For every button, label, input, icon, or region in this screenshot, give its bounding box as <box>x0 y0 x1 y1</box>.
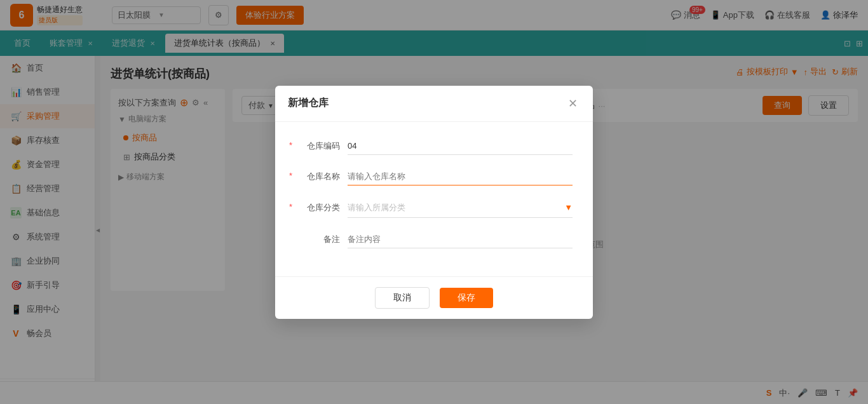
category-select[interactable]: 请输入所属分类 ▼ <box>348 198 573 218</box>
form-row-code: 仓库编码 <box>295 137 573 155</box>
name-label: 仓库名称 <box>295 171 340 182</box>
category-label: 仓库分类 <box>295 202 340 213</box>
form-row-name: 仓库名称 <box>295 168 573 185</box>
modal-header: 新增仓库 ✕ <box>275 86 593 122</box>
modal-overlay[interactable]: 新增仓库 ✕ 仓库编码 仓库名称 仓库分类 请输入所属分类 ▼ <box>0 0 868 404</box>
save-button[interactable]: 保存 <box>440 288 493 308</box>
form-row-category: 仓库分类 请输入所属分类 ▼ <box>295 198 573 218</box>
remark-label: 备注 <box>295 234 340 245</box>
modal-footer: 取消 保存 <box>275 276 593 319</box>
code-label: 仓库编码 <box>295 140 340 152</box>
chevron-down-icon: ▼ <box>564 203 573 212</box>
modal-close-button[interactable]: ✕ <box>565 96 580 111</box>
form-row-remark: 备注 <box>295 231 573 248</box>
modal-body: 仓库编码 仓库名称 仓库分类 请输入所属分类 ▼ 备注 <box>275 122 593 276</box>
remark-input[interactable] <box>348 231 573 248</box>
name-input[interactable] <box>348 168 573 185</box>
modal-title: 新增仓库 <box>288 97 329 110</box>
cancel-button[interactable]: 取消 <box>375 287 430 309</box>
add-warehouse-modal: 新增仓库 ✕ 仓库编码 仓库名称 仓库分类 请输入所属分类 ▼ <box>275 86 593 319</box>
code-input[interactable] <box>348 137 573 155</box>
